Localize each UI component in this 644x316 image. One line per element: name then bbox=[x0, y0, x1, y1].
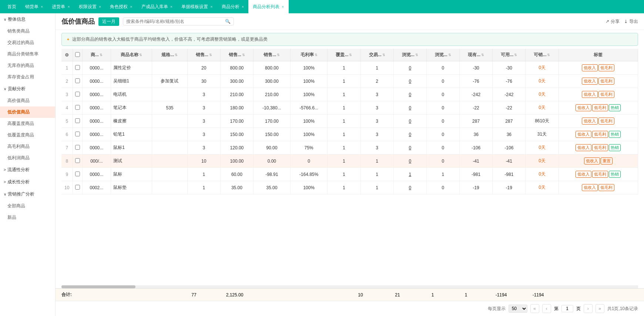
sidebar-item-no-stock[interactable]: 无库存的商品 bbox=[0, 60, 55, 71]
row-checkbox[interactable] bbox=[75, 78, 80, 83]
sidebar-group-finance[interactable]: ∨ 贡献分析 bbox=[0, 83, 55, 95]
col-available[interactable]: 可用...⇅ bbox=[493, 49, 526, 61]
col-spec[interactable]: 规格...⇅ bbox=[152, 49, 187, 61]
nav-home[interactable]: 首页 bbox=[3, 0, 21, 13]
nav-products-in-close[interactable]: × bbox=[170, 4, 172, 9]
row-checkbox[interactable] bbox=[75, 92, 80, 96]
col-transactions[interactable]: 交易...⇅ bbox=[360, 49, 393, 61]
col-views1[interactable]: 浏览...⇅ bbox=[393, 49, 426, 61]
search-input[interactable] bbox=[126, 19, 225, 24]
sidebar-group-marketing[interactable]: ∨ 营销推广分析 bbox=[0, 188, 55, 200]
row-checkbox[interactable] bbox=[75, 105, 80, 110]
row-checkbox[interactable] bbox=[75, 171, 80, 176]
sidebar-item-stock-funds[interactable]: 库存资金占用 bbox=[0, 71, 55, 83]
sidebar-group-overall[interactable]: ∨ 整体信息 bbox=[0, 13, 55, 26]
first-page-button[interactable]: « bbox=[530, 304, 539, 313]
views1-link[interactable]: 0 bbox=[409, 132, 411, 137]
period-button[interactable]: 近一月 bbox=[98, 17, 119, 26]
sort-icon-7[interactable]: ⇅ bbox=[315, 53, 318, 57]
col-name[interactable]: 商品名称⇅ bbox=[111, 49, 152, 61]
page-size-select[interactable]: 50 100 bbox=[509, 305, 527, 313]
col-sellable[interactable]: 可销...⇅ bbox=[526, 49, 559, 61]
sort-icon-3[interactable]: ⇅ bbox=[175, 53, 178, 57]
sort-icon-14[interactable]: ⇅ bbox=[547, 53, 550, 57]
sidebar-item-low-value[interactable]: 低价值商品 bbox=[0, 106, 55, 118]
sidebar-item-new-products[interactable]: 新品 bbox=[0, 212, 55, 223]
nav-template[interactable]: 单据模板设置 × bbox=[177, 0, 217, 13]
col-coverage[interactable]: 覆盖...⇅ bbox=[328, 49, 360, 61]
nav-template-close[interactable]: × bbox=[210, 4, 212, 9]
row-checkbox[interactable] bbox=[75, 132, 80, 136]
next-page-button[interactable]: › bbox=[584, 304, 593, 313]
views1-link[interactable]: 0 bbox=[409, 92, 411, 97]
nav-analysis[interactable]: 商品分析 × bbox=[217, 0, 248, 13]
sidebar-item-low-profit[interactable]: 低利润商品 bbox=[0, 152, 55, 164]
export-button[interactable]: ⤓ 导出 bbox=[624, 18, 638, 25]
sort-icon-6[interactable]: ⇅ bbox=[277, 53, 280, 57]
row-checkbox[interactable] bbox=[75, 185, 80, 190]
row-checkbox[interactable] bbox=[75, 158, 80, 163]
row-checkbox[interactable] bbox=[75, 118, 80, 123]
sort-icon[interactable]: ⇅ bbox=[100, 53, 103, 57]
gear-icon[interactable]: ⚙ bbox=[65, 52, 69, 58]
nav-permissions-close[interactable]: × bbox=[99, 4, 101, 9]
sort-icon-12[interactable]: ⇅ bbox=[481, 53, 484, 57]
sidebar-group-growth[interactable]: > 成长性分析 bbox=[0, 176, 55, 188]
sidebar-item-all-products[interactable]: 全部商品 bbox=[0, 200, 55, 212]
select-all-checkbox[interactable] bbox=[75, 52, 80, 57]
nav-roles-close[interactable]: × bbox=[130, 4, 132, 9]
horizontal-scrollbar[interactable] bbox=[61, 285, 638, 288]
nav-products-in[interactable]: 产成品入库单 × bbox=[137, 0, 177, 13]
col-views2[interactable]: 浏览...⇅ bbox=[426, 49, 459, 61]
sidebar-item-high-coverage[interactable]: 高覆盖度商品 bbox=[0, 118, 55, 129]
views1-link[interactable]: 0 bbox=[409, 159, 411, 164]
col-sales-amount[interactable]: 销售...⇅ bbox=[220, 49, 253, 61]
sidebar-item-category-sales[interactable]: 商品分类销售率 bbox=[0, 48, 55, 60]
sellable-cell: 0天 bbox=[526, 101, 559, 115]
sort-icon-5[interactable]: ⇅ bbox=[242, 53, 245, 57]
views1-link[interactable]: 0 bbox=[409, 119, 411, 124]
row-checkbox[interactable] bbox=[75, 145, 80, 150]
share-button[interactable]: ↗ 分享 bbox=[606, 18, 620, 25]
sort-icon-8[interactable]: ⇅ bbox=[349, 53, 352, 57]
sort-icon-13[interactable]: ⇅ bbox=[514, 53, 517, 57]
page-number-input[interactable] bbox=[561, 305, 573, 312]
sidebar-item-high-value[interactable]: 高价值商品 bbox=[0, 95, 55, 106]
col-sales-qty[interactable]: 销售...⇅ bbox=[187, 49, 220, 61]
nav-analysis-list[interactable]: 商品分析列表 × bbox=[248, 0, 288, 13]
nav-analysis-list-close[interactable]: × bbox=[282, 4, 284, 9]
nav-sales[interactable]: 销货单 × bbox=[21, 0, 47, 13]
sort-icon-10[interactable]: ⇅ bbox=[415, 53, 418, 57]
sidebar-item-sales-category[interactable]: 销售类商品 bbox=[0, 26, 55, 37]
sidebar-item-traded[interactable]: 交易过的商品 bbox=[0, 37, 55, 48]
search-icon[interactable]: 🔍 bbox=[225, 19, 231, 24]
views1-link[interactable]: 0 bbox=[409, 79, 411, 84]
sort-icon-2[interactable]: ⇅ bbox=[139, 53, 142, 57]
views1-link[interactable]: 0 bbox=[409, 185, 411, 190]
col-sales-profit[interactable]: 销售...⇅ bbox=[254, 49, 291, 61]
views1-link[interactable]: 0 bbox=[409, 65, 411, 71]
views1-link[interactable]: 0 bbox=[409, 105, 411, 111]
nav-permissions[interactable]: 权限设置 × bbox=[74, 0, 105, 13]
nav-roles[interactable]: 角色授权 × bbox=[105, 0, 137, 13]
sidebar-group-flow[interactable]: > 流通性分析 bbox=[0, 164, 55, 176]
row-checkbox[interactable] bbox=[75, 65, 80, 70]
sort-icon-4[interactable]: ⇅ bbox=[209, 53, 212, 57]
views1-link[interactable]: 1 bbox=[409, 172, 411, 177]
col-settings[interactable]: ⚙ bbox=[61, 49, 73, 61]
nav-purchase[interactable]: 进货单 × bbox=[47, 0, 74, 13]
col-gross-rate[interactable]: 毛利率⇅ bbox=[290, 49, 328, 61]
views1-link[interactable]: 0 bbox=[409, 145, 411, 150]
col-current-stock[interactable]: 现有...⇅ bbox=[460, 49, 493, 61]
last-page-button[interactable]: » bbox=[596, 304, 604, 313]
nav-purchase-close[interactable]: × bbox=[67, 4, 70, 9]
sort-icon-11[interactable]: ⇅ bbox=[448, 53, 451, 57]
col-code[interactable]: 商...⇅ bbox=[82, 49, 111, 61]
sidebar-item-low-coverage[interactable]: 低覆盖度商品 bbox=[0, 129, 55, 141]
sidebar-item-high-profit[interactable]: 高毛利商品 bbox=[0, 141, 55, 152]
prev-page-button[interactable]: ‹ bbox=[542, 304, 551, 313]
scrollbar-thumb[interactable] bbox=[61, 285, 135, 288]
nav-sales-close[interactable]: × bbox=[41, 4, 43, 9]
nav-analysis-close[interactable]: × bbox=[242, 4, 244, 9]
sort-icon-9[interactable]: ⇅ bbox=[382, 53, 385, 57]
